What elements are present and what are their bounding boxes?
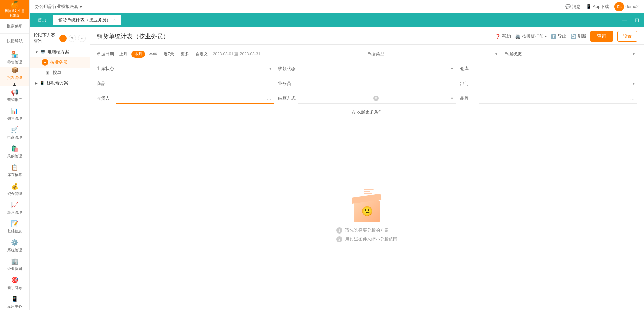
sidebar-item-basic[interactable]: 📝 基础信息 <box>0 217 30 236</box>
sidebar-item-inventory[interactable]: 📋 库存核算 <box>0 161 30 180</box>
tabbar: 首页 销货单统计表（按业务员） × — ⊡ <box>30 13 644 27</box>
tab-sales-stats[interactable]: 销货单统计表（按业务员） × <box>53 15 121 25</box>
sidebar-item-retail[interactable]: 🏪 零售管理 <box>0 48 30 67</box>
salesman-field: 业务员 … <box>278 78 455 89</box>
page-title: 销货单统计表（按业务员） <box>97 32 169 40</box>
sidebar-item-wholesale[interactable]: 📦 批发管理 ▲ <box>0 67 30 86</box>
tree-subitem-order[interactable]: ⊞ 按单 <box>30 68 90 78</box>
tab-home-label: 首页 <box>38 17 46 23</box>
date-pill-more[interactable]: 更多 <box>178 51 192 58</box>
add-scheme-btn[interactable]: + <box>59 35 67 42</box>
operations-label: 经营管理 <box>7 210 22 215</box>
appstore-label: 应用中心 <box>7 304 22 309</box>
appstore-icon: 📱 <box>11 295 18 303</box>
order-scheme-icon: ⊞ <box>46 70 49 75</box>
print-dropdown-icon: ▾ <box>545 35 547 38</box>
hint-1-num: 1 <box>336 227 342 234</box>
collapse-panel-btn[interactable]: « <box>78 35 86 42</box>
query-button[interactable]: 查询 <box>590 31 613 42</box>
marketing-label: 营销推广 <box>7 97 22 102</box>
sidebar-item-finance[interactable]: 💰 资金管理 <box>0 180 30 199</box>
tab-maximize-btn[interactable]: ⊡ <box>632 15 641 25</box>
ecom-icon: 🛒 <box>11 126 18 134</box>
product-dropdown-icon: ▾ <box>80 4 82 9</box>
help-btn[interactable]: ❓ 帮助 <box>495 33 511 39</box>
date-pill-thisyear[interactable]: 本年 <box>146 51 160 58</box>
search-menu-item[interactable]: 搜索菜单 <box>0 19 30 34</box>
salesman-label: 业务员 <box>278 81 295 87</box>
tree-salesman-label: 按业务员 <box>50 59 68 65</box>
username-label: demo2 <box>625 4 639 9</box>
payment-clear-btn[interactable]: × <box>373 96 379 101</box>
page-title-row: 销货单统计表（按业务员） ❓ 帮助 🖨️ 按模板打印 ▾ ⬆️ <box>97 31 637 42</box>
date-pill-lastmonth[interactable]: 上月 <box>117 51 130 58</box>
sidebar-item-ecom[interactable]: 🛒 电商管理 <box>0 123 30 142</box>
doc-type-select[interactable]: ▾ <box>387 49 500 59</box>
sales-label: 销售管理 <box>7 116 22 121</box>
sidebar-item-appstore[interactable]: 📱 应用中心 <box>0 293 30 310</box>
goods-input[interactable]: … <box>116 78 274 89</box>
sidebar-item-system[interactable]: ⚙️ 系统管理 <box>0 236 30 255</box>
refresh-icon: 🔄 <box>571 34 576 39</box>
tab-home[interactable]: 首页 <box>32 15 52 25</box>
filter-row-2: 出库状态 ▾ 收款状态 ▾ 仓库 <box>97 63 637 74</box>
refresh-btn[interactable]: 🔄 刷新 <box>571 33 586 39</box>
date-field: 单据日期 上月 本月 本年 近7天 更多 自定义 2023-03-01 至 20… <box>97 51 363 58</box>
system-icon: ⚙️ <box>11 239 18 246</box>
tree-order-label: 按单 <box>53 70 61 76</box>
content-area: 按以下方案查询 + ✎ « ▼ 🖥️ 电脑端方案 ● 按业务员 ⊞ 按单 <box>30 27 644 310</box>
receiver-label: 收货人 <box>97 95 113 101</box>
topbar-right: 💬 消息 📱 App下载 Ea demo2 <box>565 2 639 11</box>
sidebar-item-marketing[interactable]: 📢 营销推广 <box>0 86 30 105</box>
date-pill-thismonth[interactable]: 本月 <box>131 51 145 58</box>
receiver-input[interactable]: … <box>116 93 274 104</box>
quick-nav-item[interactable]: 快捷导航 <box>0 34 30 48</box>
brand-input[interactable]: … <box>479 93 637 104</box>
settings-button[interactable]: 设置 <box>617 31 637 42</box>
tree-item-desktop[interactable]: ▼ 🖥️ 电脑端方案 <box>30 47 90 57</box>
collapse-bar[interactable]: ⋀ 收起更多条件 <box>97 108 637 116</box>
date-pill-custom[interactable]: 自定义 <box>193 51 210 58</box>
salesman-input[interactable]: … <box>298 78 455 89</box>
empty-state: 😕 1 请先选择要分析的方案 <box>90 120 644 310</box>
payment-chevron: ▾ <box>451 96 453 101</box>
filter-row-4: 收货人 … 结算方式 × ▾ <box>97 93 637 104</box>
warehouse-input[interactable]: … <box>479 63 637 74</box>
product-selector[interactable]: 办公用品行业模拟账套 ▾ <box>35 4 82 10</box>
search-menu-label: 搜索菜单 <box>7 23 23 29</box>
tree-item-mobile[interactable]: ▶ 📱 移动端方案 <box>30 78 90 88</box>
out-status-select[interactable]: ▾ <box>117 63 274 74</box>
doc-type-label: 单据类型 <box>367 51 384 57</box>
tree-desktop-label: 电脑端方案 <box>47 49 69 55</box>
edit-scheme-btn[interactable]: ✎ <box>69 35 76 42</box>
export-btn[interactable]: ⬆️ 导出 <box>551 33 567 39</box>
template-print-btn[interactable]: 🖨️ 按模板打印 ▾ <box>515 33 547 39</box>
sidebar-item-enterprise[interactable]: 🏢 企业协同 <box>0 255 30 274</box>
salesman-dots: … <box>448 81 453 86</box>
sidebar-item-newguide[interactable]: 🎯 新手引导 <box>0 274 30 293</box>
tab-close-btn[interactable]: × <box>113 18 116 22</box>
payment-select[interactable]: × ▾ <box>298 93 455 104</box>
dept-select[interactable]: ▾ <box>479 78 637 89</box>
tab-minimize-btn[interactable]: — <box>620 15 629 25</box>
sidebar-item-purchase[interactable]: 🛍️ 采购管理 <box>0 142 30 161</box>
doc-status-chevron: ▾ <box>633 52 635 56</box>
help-icon: ❓ <box>495 34 501 39</box>
sidebar-item-sales[interactable]: 📊 销售管理 <box>0 105 30 123</box>
sidebar-item-operations[interactable]: 📈 经营管理 <box>0 199 30 217</box>
messages-btn[interactable]: 💬 消息 <box>565 4 581 10</box>
dept-chevron: ▾ <box>633 81 635 86</box>
warehouse-dots: … <box>630 66 635 71</box>
empty-hint-2: 2 用过滤条件来缩小分析范围 <box>336 236 397 242</box>
user-profile-btn[interactable]: Ea demo2 <box>614 2 639 11</box>
tree-subitem-salesman[interactable]: ● 按业务员 <box>30 57 90 68</box>
doc-status-select[interactable]: ▾ <box>524 49 637 59</box>
collect-status-select[interactable]: ▾ <box>298 63 455 74</box>
app-download-btn[interactable]: 📱 App下载 <box>586 4 609 10</box>
date-pill-7days[interactable]: 近7天 <box>161 51 177 58</box>
dept-field: 部门 ▾ <box>460 78 637 89</box>
left-panel: 按以下方案查询 + ✎ « ▼ 🖥️ 电脑端方案 ● 按业务员 ⊞ 按单 <box>30 27 90 310</box>
collect-status-label: 收款状态 <box>278 66 296 72</box>
collect-status-field: 收款状态 ▾ <box>278 63 455 74</box>
refresh-label: 刷新 <box>578 33 586 39</box>
